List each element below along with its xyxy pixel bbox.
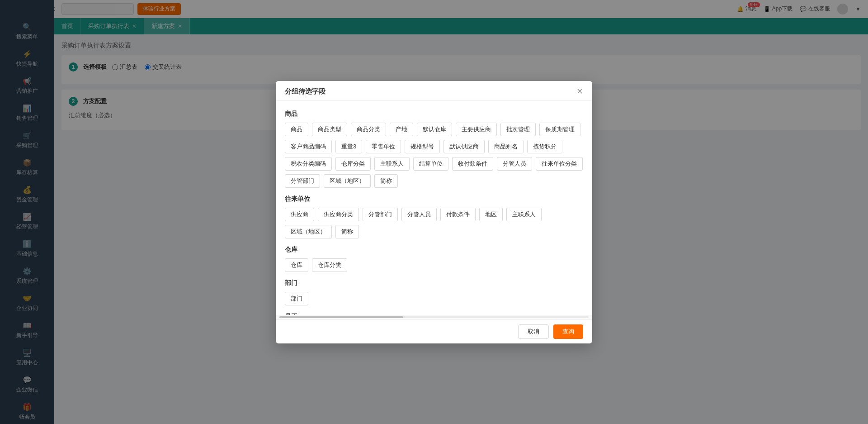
modal-title: 分组待选字段 [285, 87, 326, 96]
field-warehouse-cat[interactable]: 仓库分类 [312, 258, 347, 272]
field-origin[interactable]: 产地 [390, 123, 413, 136]
warehouse-field-grid: 仓库 仓库分类 [285, 258, 583, 272]
dept-field-grid: 部门 [285, 292, 583, 305]
section-title-goods: 商品 [285, 110, 583, 118]
field-pick-points[interactable]: 拣货积分 [527, 140, 562, 153]
modal-overlay: 分组待选字段 ✕ 商品 商品 商品类型 商品分类 产地 默认仓库 主要供应商 批… [0, 0, 868, 424]
field-short-name2[interactable]: 简称 [335, 225, 359, 238]
field-short-name-goods[interactable]: 简称 [374, 174, 398, 188]
field-warehouse-category[interactable]: 仓库分类 [335, 157, 371, 171]
field-supervisor[interactable]: 分管人员 [497, 157, 532, 171]
confirm-button[interactable]: 查询 [553, 324, 583, 339]
section-title-warehouse: 仓库 [285, 246, 583, 254]
field-main-contact2[interactable]: 主联系人 [506, 208, 542, 221]
field-goods-type[interactable]: 商品类型 [312, 123, 347, 136]
field-settlement-unit[interactable]: 结算单位 [413, 157, 448, 171]
field-supervise-dept2[interactable]: 分管部门 [363, 208, 398, 221]
field-goods-alias[interactable]: 商品别名 [488, 140, 524, 153]
section-title-counterparty: 往来单位 [285, 195, 583, 203]
field-default-supplier[interactable]: 默认供应商 [443, 140, 485, 153]
field-main-supplier[interactable]: 主要供应商 [456, 123, 497, 136]
hscroll-thumb [279, 316, 403, 318]
field-dept[interactable]: 部门 [285, 292, 308, 305]
field-select-modal: 分组待选字段 ✕ 商品 商品 商品类型 商品分类 产地 默认仓库 主要供应商 批… [276, 81, 592, 343]
modal-close-btn[interactable]: ✕ [576, 87, 583, 95]
modal-hscroll[interactable] [276, 315, 592, 319]
modal-body[interactable]: 商品 商品 商品类型 商品分类 产地 默认仓库 主要供应商 批次管理 保质期管理… [276, 101, 592, 315]
field-region-goods[interactable]: 区域（地区） [324, 174, 371, 188]
field-customer-goods-code[interactable]: 客户商品编码 [285, 140, 332, 153]
field-supervise-dept[interactable]: 分管部门 [285, 174, 320, 188]
field-supplier-category[interactable]: 供应商分类 [318, 208, 359, 221]
field-retail-unit[interactable]: 零售单位 [366, 140, 401, 153]
goods-field-grid: 商品 商品类型 商品分类 产地 默认仓库 主要供应商 批次管理 保质期管理 客户… [285, 123, 583, 188]
field-payment-terms[interactable]: 收付款条件 [452, 157, 493, 171]
cancel-button[interactable]: 取消 [518, 324, 549, 339]
modal-footer: 取消 查询 [276, 319, 592, 343]
field-expiry-mgmt[interactable]: 保质期管理 [539, 123, 580, 136]
field-spec-model[interactable]: 规格型号 [405, 140, 440, 153]
field-region2[interactable]: 区域（地区） [285, 225, 332, 238]
section-title-dept: 部门 [285, 279, 583, 287]
hscroll-track [279, 316, 589, 318]
counterparty-field-grid: 供应商 供应商分类 分管部门 分管人员 付款条件 地区 主联系人 区域（地区） … [285, 208, 583, 238]
field-goods-category[interactable]: 商品分类 [351, 123, 386, 136]
field-tax-code[interactable]: 税收分类编码 [285, 157, 332, 171]
field-region[interactable]: 地区 [479, 208, 503, 221]
field-pay-terms[interactable]: 付款条件 [440, 208, 476, 221]
field-main-contact[interactable]: 主联系人 [374, 157, 410, 171]
field-supplier[interactable]: 供应商 [285, 208, 314, 221]
field-default-warehouse[interactable]: 默认仓库 [417, 123, 452, 136]
field-warehouse[interactable]: 仓库 [285, 258, 308, 272]
field-goods[interactable]: 商品 [285, 123, 308, 136]
modal-header: 分组待选字段 ✕ [276, 81, 592, 101]
field-batch-mgmt[interactable]: 批次管理 [500, 123, 536, 136]
field-weight3[interactable]: 重量3 [335, 140, 362, 153]
field-supervise-person2[interactable]: 分管人员 [401, 208, 437, 221]
field-counterparty-category[interactable]: 往来单位分类 [536, 157, 583, 171]
